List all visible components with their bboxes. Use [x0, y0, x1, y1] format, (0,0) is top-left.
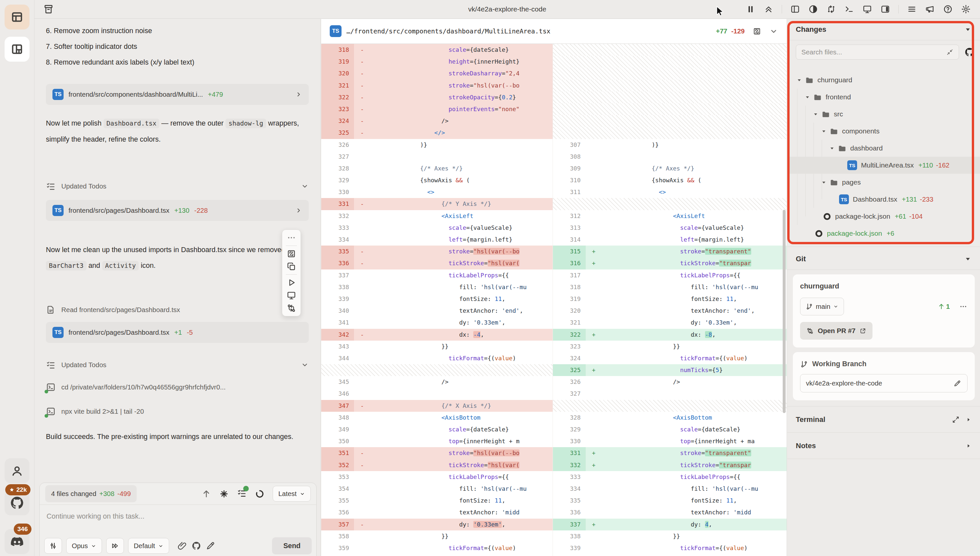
file-chip-dashboard-1[interactable]: TS frontend/src/pages/Dashboard.tsx +130…	[46, 200, 309, 221]
tree-item-src[interactable]: src	[787, 105, 980, 123]
tree-item-dashboard-tsx[interactable]: TSDashboard.tsx+131-233	[787, 191, 980, 208]
message-hover-toolbar	[282, 230, 301, 316]
pause-icon[interactable]	[746, 4, 756, 14]
read-file-row[interactable]: Read frontend/src/pages/Dashboard.tsx	[46, 302, 309, 317]
diff-row: 349 scale={dateScale}329 scale={dateScal…	[321, 423, 786, 435]
caret-down-icon[interactable]	[821, 129, 827, 134]
contrast-icon[interactable]	[808, 4, 818, 14]
file-chip-dashboard-2[interactable]: TS frontend/src/pages/Dashboard.tsx +1 -…	[46, 322, 309, 343]
menu-icon[interactable]	[907, 4, 917, 14]
tree-item-dashboard[interactable]: dashboard	[787, 140, 980, 157]
discord-button[interactable]: 346	[5, 529, 29, 554]
sidebar-layout-button[interactable]	[5, 5, 29, 29]
caret-down-icon[interactable]	[829, 145, 835, 151]
diff-row: 335- stroke="hsl(var(--bo315+ stroke="tr…	[321, 246, 786, 257]
line-number: 310	[553, 175, 586, 186]
diff-row: 355 fontSize: 11,335 fontSize: 11,	[321, 495, 786, 506]
preview-icon[interactable]	[286, 291, 296, 300]
gear-icon[interactable]	[961, 4, 971, 14]
settings-sliders-button[interactable]	[44, 538, 62, 554]
diff-view-toggle-icon[interactable]	[752, 27, 761, 36]
github-cat-icon[interactable]	[964, 47, 975, 57]
diff-row: 358 }}338 }}	[321, 530, 786, 542]
profile-button[interactable]	[5, 458, 29, 483]
diff-scrollbar[interactable]	[783, 210, 786, 413]
caret-down-icon[interactable]	[796, 78, 802, 83]
pencil-icon[interactable]	[953, 379, 962, 388]
line-number: 335	[321, 246, 354, 257]
updated-todos-row-1[interactable]: Updated Todos	[46, 179, 309, 194]
line-number: 360	[321, 554, 354, 556]
terminal-section-header[interactable]: Terminal	[787, 407, 980, 432]
tree-item-components[interactable]: components	[787, 123, 980, 140]
github-button[interactable]: 22k	[5, 490, 29, 516]
branch-dropdown[interactable]: main	[800, 298, 844, 315]
more-options-icon[interactable]	[959, 302, 967, 311]
tree-item-churnguard[interactable]: churnguard	[787, 71, 980, 89]
tree-item-pages[interactable]: pages	[787, 174, 980, 191]
updated-todos-row-2[interactable]: Updated Todos	[46, 357, 309, 372]
file-chip-multilinearea[interactable]: TS frontend/src/components/dashboard/Mul…	[46, 84, 309, 105]
more-options-icon[interactable]	[286, 233, 296, 242]
scroll-up-icon[interactable]	[202, 489, 211, 499]
announce-icon[interactable]	[925, 4, 935, 14]
monitor-icon[interactable]	[862, 4, 872, 14]
spinner-icon	[255, 489, 265, 499]
terminal-cmd-row-2[interactable]: npx vite build 2>&1 | tail -20	[46, 404, 309, 419]
fast-forward-button[interactable]	[106, 538, 124, 554]
open-pr-button[interactable]: Open PR #7	[800, 322, 872, 339]
right-sidebar-icon[interactable]	[880, 4, 890, 14]
kanban-icon	[10, 43, 24, 56]
line-number: 325	[321, 127, 354, 139]
search-files-input[interactable]: Search files...	[796, 45, 959, 60]
diff-row: 356 textAnchor: 'midd336 textAnchor: 'mi…	[321, 506, 786, 518]
mode-dropdown[interactable]: Default	[128, 538, 169, 554]
code-line: fontSize: 11,	[370, 293, 552, 305]
message-input[interactable]: Continue working on this task...	[40, 505, 316, 528]
git-compare-icon[interactable]	[286, 303, 296, 313]
attach-icon[interactable]	[177, 541, 187, 551]
code-line: dy: '0.33em',	[370, 519, 552, 530]
git-branch-icon	[806, 303, 813, 310]
code-line	[370, 388, 552, 399]
sidebar-board-button[interactable]	[5, 37, 29, 61]
split-view-icon[interactable]	[790, 4, 800, 14]
git-title: Git	[796, 255, 806, 263]
tree-item-multilinearea-tsx[interactable]: TSMultiLineArea.tsx+110-162	[787, 157, 980, 174]
terminal-icon[interactable]	[844, 4, 854, 14]
archive-icon[interactable]	[43, 3, 54, 15]
terminal-cmd-row-1[interactable]: cd /private/var/folders/10/h7w0q46556ggr…	[46, 380, 309, 395]
code-line: scale={dateScale}	[602, 423, 787, 435]
changes-section-header[interactable]: Changes	[787, 19, 980, 40]
notes-section-header[interactable]: Notes	[787, 433, 980, 459]
github-cat-icon[interactable]	[191, 541, 201, 551]
tree-item-package-lock-json[interactable]: package-lock.json+61-104	[787, 208, 980, 225]
collapse-icon[interactable]	[946, 48, 953, 56]
git-section-header[interactable]: Git	[787, 249, 980, 270]
added-count: +1	[174, 328, 182, 336]
git-compare-icon[interactable]	[826, 4, 836, 14]
added-count: +61	[895, 212, 906, 220]
caret-down-icon[interactable]	[821, 179, 827, 185]
expand-icon[interactable]	[952, 416, 960, 423]
caret-down-icon[interactable]	[813, 112, 819, 117]
collapse-all-icon[interactable]	[764, 4, 773, 14]
caret-down-icon[interactable]	[805, 94, 810, 100]
tree-item-frontend[interactable]: frontend	[787, 89, 980, 105]
screenshot-icon[interactable]	[286, 249, 296, 259]
commits-ahead[interactable]: 1	[938, 302, 950, 310]
diff-row: 357- dy: '0.33em',337+ dy: 4,	[321, 519, 786, 530]
model-dropdown[interactable]: Opus	[66, 538, 102, 554]
latest-dropdown[interactable]: Latest	[273, 486, 311, 501]
tree-item-package-lock-json[interactable]: package-lock.json+6	[787, 225, 980, 242]
run-icon[interactable]	[286, 278, 296, 288]
copy-icon[interactable]	[286, 262, 296, 272]
working-branch-input[interactable]: vk/4e2a-explore-the-code	[800, 374, 967, 393]
burst-icon[interactable]	[219, 489, 229, 499]
removed-count: -228	[194, 207, 208, 214]
help-icon[interactable]	[943, 4, 953, 14]
send-button[interactable]: Send	[272, 537, 312, 554]
files-changed-chip[interactable]: 4 files changed +308 -499	[45, 485, 137, 502]
pen-icon[interactable]	[205, 541, 215, 551]
chevron-down-icon[interactable]	[769, 27, 778, 36]
